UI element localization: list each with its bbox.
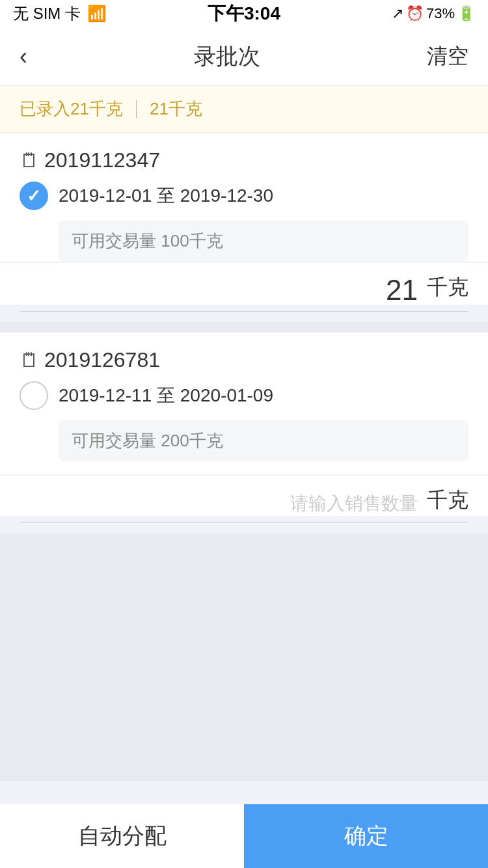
batch-card-2: 🗒 2019126781 2019-12-11 至 2020-01-09 可用交… <box>0 332 488 474</box>
available-qty-1: 可用交易量 100千克 <box>59 221 468 262</box>
status-bar: 无 SIM 卡 📶 下午3:04 ↗ ⏰ 73% 🔋 <box>0 0 488 27</box>
radio-button-2[interactable] <box>20 381 48 410</box>
batch-header-2: 🗒 2019126781 <box>20 348 468 372</box>
qty-placeholder-2: 请输入销售数量 <box>290 491 418 516</box>
batch-date-2: 2019-12-11 至 2020-01-09 <box>59 383 273 408</box>
battery-text: 73% <box>426 5 455 22</box>
batch-doc-icon-2: 🗒 <box>20 349 39 372</box>
auto-distribute-button[interactable]: 自动分配 <box>0 804 244 868</box>
location-icon: ↗ <box>392 5 403 22</box>
empty-area <box>0 534 488 781</box>
bottom-bar: 自动分配 确定 <box>0 804 488 868</box>
confirm-button[interactable]: 确定 <box>244 804 488 868</box>
batch-number-2: 2019126781 <box>44 348 160 372</box>
qty-underline-1 <box>20 311 468 312</box>
batch-date-row-2[interactable]: 2019-12-11 至 2020-01-09 <box>20 381 468 410</box>
batch-number-1: 2019112347 <box>44 148 160 172</box>
qty-value-1: 21 <box>386 276 418 305</box>
battery-icon: 🔋 <box>457 5 475 22</box>
summary-bar: 已录入21千克 21千克 <box>0 86 488 133</box>
batch-card-1: 🗒 2019112347 2019-12-01 至 2019-12-30 可用交… <box>0 133 488 262</box>
nav-bar: ‹ 录批次 清空 <box>0 27 488 86</box>
summary-divider <box>136 100 137 118</box>
batch-date-1: 2019-12-01 至 2019-12-30 <box>59 183 273 208</box>
available-qty-2: 可用交易量 200千克 <box>59 420 468 461</box>
recorded-label: 已录入21千克 <box>20 98 123 120</box>
batch-header-1: 🗒 2019112347 <box>20 148 468 172</box>
status-time: 下午3:04 <box>208 1 280 26</box>
status-right: ↗ ⏰ 73% 🔋 <box>392 5 475 22</box>
qty-unit-2: 千克 <box>427 486 468 516</box>
wifi-icon: 📶 <box>87 5 107 23</box>
qty-input-underline-2 <box>20 522 468 523</box>
section-separator <box>0 322 488 332</box>
batch-date-row-1[interactable]: 2019-12-01 至 2019-12-30 <box>20 182 468 210</box>
batch-doc-icon-1: 🗒 <box>20 150 39 172</box>
carrier-text: 无 SIM 卡 <box>13 3 81 24</box>
back-button[interactable]: ‹ <box>20 43 27 70</box>
alarm-icon: ⏰ <box>406 5 424 22</box>
total-label: 21千克 <box>150 98 202 120</box>
clear-button[interactable]: 清空 <box>427 42 468 71</box>
page-title: 录批次 <box>194 42 260 72</box>
qty-input-row-2[interactable]: 请输入销售数量 千克 <box>0 476 488 516</box>
qty-display-row-1: 21 千克 <box>0 263 488 305</box>
status-left: 无 SIM 卡 📶 <box>13 3 107 24</box>
radio-button-1[interactable] <box>20 182 48 210</box>
qty-unit-1: 千克 <box>427 273 468 305</box>
